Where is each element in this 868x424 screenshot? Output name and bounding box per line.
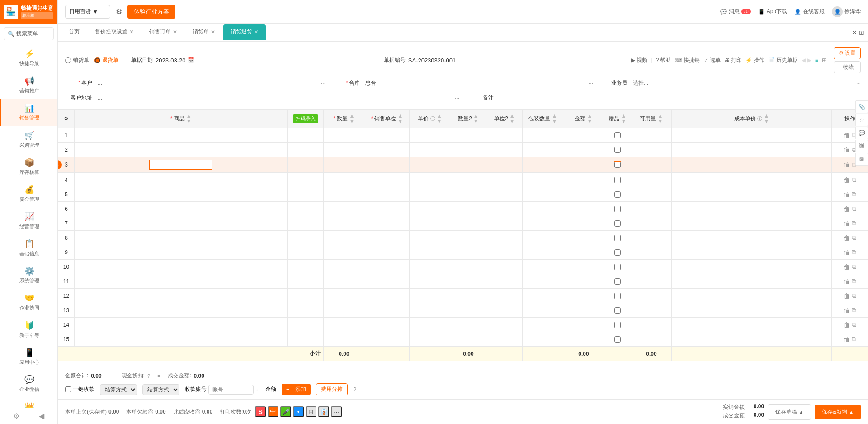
gift-checkbox-1[interactable] bbox=[614, 132, 621, 138]
cost-cell-1[interactable] bbox=[672, 128, 832, 143]
user-menu[interactable]: 👤 徐泽华 bbox=[832, 6, 861, 17]
price-cell-8[interactable] bbox=[410, 231, 450, 245]
customer-input[interactable] bbox=[95, 78, 318, 88]
save-new-btn[interactable]: 保存&新增 ▲ bbox=[815, 405, 861, 419]
cost-cell-13[interactable] bbox=[672, 303, 832, 318]
tab-close-price[interactable]: ✕ bbox=[129, 29, 134, 35]
scan-btn[interactable]: 扫码录入 bbox=[293, 114, 318, 123]
gift-checkbox-6[interactable] bbox=[614, 206, 621, 212]
save-draft-btn[interactable]: 保存草稿 ▲ bbox=[768, 404, 811, 420]
gift-cell-10[interactable] bbox=[604, 260, 631, 274]
avail-cell-11[interactable] bbox=[631, 274, 672, 289]
unit-cell-2[interactable] bbox=[364, 143, 410, 157]
search-button[interactable]: 🔍 搜索菜单 bbox=[4, 27, 54, 40]
price-cell-11[interactable] bbox=[410, 274, 450, 289]
select-bill-btn[interactable]: ☑ 选单 bbox=[703, 57, 721, 64]
gift-cell-3[interactable] bbox=[604, 157, 631, 173]
qty2-cell-3[interactable] bbox=[450, 157, 486, 173]
add-row-btn[interactable]: + bbox=[58, 160, 62, 169]
unit-cell-6[interactable] bbox=[364, 202, 410, 216]
goods-cell-10[interactable] bbox=[75, 260, 288, 274]
tab-sales-order[interactable]: 销售订单 ✕ bbox=[142, 24, 184, 40]
price-cell-13[interactable] bbox=[410, 303, 450, 318]
icon-person[interactable]: 👔 bbox=[318, 406, 329, 417]
amount-cell-8[interactable] bbox=[563, 231, 604, 245]
amount-cell-3[interactable] bbox=[563, 157, 604, 173]
right-panel-star[interactable]: ☆ bbox=[855, 114, 868, 126]
goods-cell-6[interactable] bbox=[75, 202, 288, 216]
cost-cell-10[interactable] bbox=[672, 260, 832, 274]
avail-cell-15[interactable] bbox=[631, 332, 672, 347]
unit2-cell-9[interactable] bbox=[486, 245, 523, 260]
calendar-icon[interactable]: 📅 bbox=[188, 57, 194, 63]
amount-cell-9[interactable] bbox=[563, 245, 604, 260]
unit2-cell-4[interactable] bbox=[486, 173, 523, 187]
amount-cell-1[interactable] bbox=[563, 128, 604, 143]
copy-btn-13[interactable]: ⧉ bbox=[852, 306, 856, 314]
copy-btn-8[interactable]: ⧉ bbox=[852, 234, 856, 242]
cost-cell-14[interactable] bbox=[672, 318, 832, 332]
qty2-cell-5[interactable] bbox=[450, 187, 486, 202]
gift-checkbox-15[interactable] bbox=[614, 336, 621, 343]
qty-cell-12[interactable] bbox=[324, 289, 364, 303]
price-cell-15[interactable] bbox=[410, 332, 450, 347]
pkg-cell-11[interactable] bbox=[523, 274, 563, 289]
goods-cell-4[interactable] bbox=[75, 173, 288, 187]
sidebar-item-enterprise[interactable]: 🤝 企业协同 bbox=[0, 289, 57, 316]
amount-cell-14[interactable] bbox=[563, 318, 604, 332]
goods-cell-13[interactable] bbox=[75, 303, 288, 318]
delete-btn-7[interactable]: 🗑 bbox=[844, 219, 850, 227]
app-download-btn[interactable]: 📱 App下载 bbox=[758, 8, 787, 15]
operate-btn[interactable]: ⚡ 操作 bbox=[745, 57, 764, 64]
qty-cell-14[interactable] bbox=[324, 318, 364, 332]
delete-btn-13[interactable]: 🗑 bbox=[844, 306, 850, 314]
print-btn[interactable]: 🖨 打印 bbox=[724, 57, 742, 64]
shortcut-btn[interactable]: ⌨ 快捷键 bbox=[675, 57, 700, 64]
delete-btn-4[interactable]: 🗑 bbox=[844, 176, 850, 184]
copy-btn-10[interactable]: ⧉ bbox=[852, 263, 856, 271]
pkg-cell-1[interactable] bbox=[523, 128, 563, 143]
qty-cell-8[interactable] bbox=[324, 231, 364, 245]
category-select[interactable]: 日用百货 ▼ bbox=[65, 5, 110, 19]
unit2-cell-2[interactable] bbox=[486, 143, 523, 157]
staff-input[interactable] bbox=[630, 78, 854, 88]
help-btn[interactable]: ? 帮助 bbox=[656, 57, 671, 64]
gift-checkbox-10[interactable] bbox=[614, 264, 621, 270]
icon-more[interactable]: ··· bbox=[331, 406, 342, 417]
price-cell-1[interactable] bbox=[410, 128, 450, 143]
qty-cell-9[interactable] bbox=[324, 245, 364, 260]
discount-help-icon[interactable]: ? bbox=[147, 373, 150, 379]
delete-btn-2[interactable]: 🗑 bbox=[844, 146, 850, 153]
unit-cell-13[interactable] bbox=[364, 303, 410, 318]
qty-cell-3[interactable] bbox=[324, 157, 364, 173]
price-cell-10[interactable] bbox=[410, 260, 450, 274]
split-btn[interactable]: 费用分摊 bbox=[316, 383, 348, 395]
remark-input[interactable] bbox=[496, 93, 861, 103]
sidebar-collapse-btn[interactable]: ◀ bbox=[39, 412, 44, 420]
amount-cell-2[interactable] bbox=[563, 143, 604, 157]
online-service-btn[interactable]: 👤 在线客服 bbox=[794, 8, 825, 15]
copy-btn-9[interactable]: ⧉ bbox=[852, 248, 856, 256]
view-toggle-list[interactable]: ≡ bbox=[815, 57, 818, 63]
copy-btn-12[interactable]: ⧉ bbox=[852, 292, 856, 300]
sort-unit2-icon[interactable]: ▲▼ bbox=[509, 113, 515, 124]
settings-action-btn[interactable]: ⚙ 设置 bbox=[834, 47, 861, 59]
unit2-cell-8[interactable] bbox=[486, 231, 523, 245]
unit2-cell-6[interactable] bbox=[486, 202, 523, 216]
copy-btn-7[interactable]: ⧉ bbox=[852, 219, 856, 227]
amount-cell-15[interactable] bbox=[563, 332, 604, 347]
pkg-cell-14[interactable] bbox=[523, 318, 563, 332]
footer-help-icon[interactable]: ? bbox=[353, 386, 356, 393]
gift-cell-9[interactable] bbox=[604, 245, 631, 260]
amount-cell-10[interactable] bbox=[563, 260, 604, 274]
gift-checkbox-9[interactable] bbox=[614, 249, 621, 256]
pkg-cell-6[interactable] bbox=[523, 202, 563, 216]
unit-cell-5[interactable] bbox=[364, 187, 410, 202]
avail-cell-5[interactable] bbox=[631, 187, 672, 202]
unit-cell-15[interactable] bbox=[364, 332, 410, 347]
window-btn[interactable]: ⊞ bbox=[859, 29, 864, 36]
goods-cell-1[interactable] bbox=[75, 128, 288, 143]
pkg-cell-8[interactable] bbox=[523, 231, 563, 245]
unit-cell-8[interactable] bbox=[364, 231, 410, 245]
warehouse-more-icon[interactable]: ··· bbox=[589, 80, 593, 86]
